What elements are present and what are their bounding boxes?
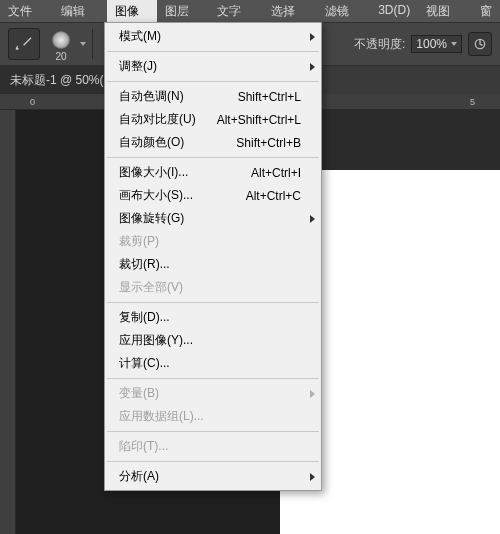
menu-item-label: 自动对比度(U)	[119, 111, 196, 128]
menu-item-label: 画布大小(S)...	[119, 187, 193, 204]
opacity-label: 不透明度:	[354, 36, 405, 53]
menu-separator	[107, 81, 319, 82]
menu-item[interactable]: 裁切(R)...	[105, 253, 321, 276]
brush-icon	[14, 34, 34, 54]
submenu-arrow-icon	[310, 33, 315, 41]
menu-item[interactable]: 调整(J)	[105, 55, 321, 78]
menu-item-label: 图像旋转(G)	[119, 210, 184, 227]
menu-item[interactable]: 图像大小(I)...Alt+Ctrl+I	[105, 161, 321, 184]
menu-item[interactable]: 自动色调(N)Shift+Ctrl+L	[105, 85, 321, 108]
menu-item-label: 自动颜色(O)	[119, 134, 184, 151]
pressure-opacity-button[interactable]	[468, 32, 492, 56]
brush-softness-icon	[48, 27, 74, 53]
menu-separator	[107, 378, 319, 379]
menu-item[interactable]: 滤镜(T)	[317, 0, 370, 22]
ruler-tick: 5	[470, 97, 475, 107]
opacity-input[interactable]: 100%	[411, 35, 462, 53]
menu-item: 应用数据组(L)...	[105, 405, 321, 428]
menu-item-label: 裁剪(P)	[119, 233, 159, 250]
menubar: 文件(F)编辑(E)图像(I)图层(L)文字(Y)选择(S)滤镜(T)3D(D)…	[0, 0, 500, 22]
menu-separator	[107, 461, 319, 462]
menu-item-label: 陷印(T)...	[119, 438, 168, 455]
menu-separator	[107, 302, 319, 303]
menu-item[interactable]: 自动对比度(U)Alt+Shift+Ctrl+L	[105, 108, 321, 131]
menu-item-shortcut: Alt+Ctrl+C	[246, 189, 301, 203]
menu-item[interactable]: 复制(D)...	[105, 306, 321, 329]
ruler-tick: 0	[30, 97, 35, 107]
menu-item[interactable]: 窗	[472, 0, 500, 22]
menu-item-label: 分析(A)	[119, 468, 159, 485]
menu-separator	[107, 51, 319, 52]
menu-item[interactable]: 视图(V)	[418, 0, 472, 22]
image-menu-dropdown: 模式(M)调整(J)自动色调(N)Shift+Ctrl+L自动对比度(U)Alt…	[104, 22, 322, 491]
menu-item-shortcut: Alt+Shift+Ctrl+L	[217, 113, 301, 127]
menu-item[interactable]: 文件(F)	[0, 0, 53, 22]
menu-item[interactable]: 图像(I)	[107, 0, 156, 22]
submenu-arrow-icon	[310, 390, 315, 398]
menu-item-label: 显示全部(V)	[119, 279, 183, 296]
menu-item[interactable]: 模式(M)	[105, 25, 321, 48]
menu-item[interactable]: 图像旋转(G)	[105, 207, 321, 230]
menu-item-label: 计算(C)...	[119, 355, 170, 372]
menu-item-label: 应用图像(Y)...	[119, 332, 193, 349]
menu-item-label: 变量(B)	[119, 385, 159, 402]
menu-item[interactable]: 画布大小(S)...Alt+Ctrl+C	[105, 184, 321, 207]
chevron-down-icon[interactable]	[80, 42, 86, 46]
opacity-value: 100%	[416, 37, 447, 51]
document-tab[interactable]: 未标题-1 @ 50%(	[0, 66, 115, 94]
menu-item: 变量(B)	[105, 382, 321, 405]
brush-size-value: 20	[55, 51, 66, 62]
menu-item[interactable]: 自动颜色(O)Shift+Ctrl+B	[105, 131, 321, 154]
ruler-vertical[interactable]	[0, 110, 16, 534]
menu-separator	[107, 157, 319, 158]
menu-item[interactable]: 选择(S)	[263, 0, 317, 22]
menu-separator	[107, 431, 319, 432]
menu-item-label: 模式(M)	[119, 28, 161, 45]
menu-item-shortcut: Alt+Ctrl+I	[251, 166, 301, 180]
menu-item-label: 自动色调(N)	[119, 88, 184, 105]
submenu-arrow-icon	[310, 473, 315, 481]
menu-item-label: 裁切(R)...	[119, 256, 170, 273]
separator	[92, 29, 93, 59]
menu-item-label: 复制(D)...	[119, 309, 170, 326]
submenu-arrow-icon	[310, 215, 315, 223]
menu-item-label: 图像大小(I)...	[119, 164, 188, 181]
tool-preset-button[interactable]	[8, 28, 40, 60]
menu-item: 裁剪(P)	[105, 230, 321, 253]
brush-preview[interactable]: 20	[48, 27, 74, 62]
menu-item[interactable]: 文字(Y)	[209, 0, 263, 22]
menu-item-label: 调整(J)	[119, 58, 157, 75]
menu-item[interactable]: 编辑(E)	[53, 0, 107, 22]
menu-item[interactable]: 应用图像(Y)...	[105, 329, 321, 352]
menu-item[interactable]: 3D(D)	[370, 0, 418, 22]
menu-item[interactable]: 分析(A)	[105, 465, 321, 488]
menu-item-label: 应用数据组(L)...	[119, 408, 204, 425]
chevron-down-icon	[451, 42, 457, 46]
menu-item-shortcut: Shift+Ctrl+L	[238, 90, 301, 104]
document-tab-title: 未标题-1 @ 50%(	[10, 73, 104, 87]
pen-pressure-icon	[472, 36, 488, 52]
menu-item[interactable]: 图层(L)	[157, 0, 210, 22]
submenu-arrow-icon	[310, 63, 315, 71]
menu-item: 陷印(T)...	[105, 435, 321, 458]
menu-item-shortcut: Shift+Ctrl+B	[236, 136, 301, 150]
menu-item: 显示全部(V)	[105, 276, 321, 299]
menu-item[interactable]: 计算(C)...	[105, 352, 321, 375]
